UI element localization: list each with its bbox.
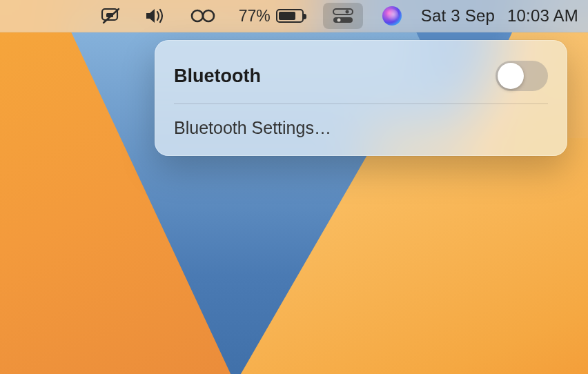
link-icon[interactable]	[186, 0, 219, 32]
svg-point-6	[345, 10, 349, 14]
svg-rect-7	[333, 17, 353, 23]
svg-point-4	[203, 10, 214, 21]
bluetooth-menu-popup: Bluetooth Bluetooth Settings…	[155, 40, 567, 156]
volume-icon[interactable]	[141, 0, 171, 32]
svg-point-8	[337, 19, 340, 22]
divider	[174, 104, 548, 104]
siri-icon[interactable]	[378, 0, 406, 32]
battery-icon	[276, 9, 304, 23]
bluetooth-title: Bluetooth	[174, 66, 261, 87]
bluetooth-toggle-row: Bluetooth	[174, 54, 548, 104]
battery-status[interactable]: 77%	[235, 0, 308, 32]
screen-mirroring-icon[interactable]	[97, 0, 126, 32]
bluetooth-settings-link[interactable]: Bluetooth Settings…	[174, 111, 548, 142]
control-center-icon[interactable]	[323, 3, 363, 29]
battery-percent-label: 77%	[239, 7, 271, 26]
bluetooth-toggle[interactable]	[496, 61, 548, 91]
time-label: 10:03 AM	[507, 6, 578, 26]
date-label: Sat 3 Sep	[421, 6, 495, 26]
svg-point-3	[192, 10, 203, 21]
svg-rect-5	[333, 9, 353, 14]
menu-bar: 77% Sat 3 Sep 10:03 AM	[0, 0, 588, 32]
date-time[interactable]: Sat 3 Sep 10:03 AM	[421, 6, 578, 26]
toggle-knob	[498, 63, 524, 89]
